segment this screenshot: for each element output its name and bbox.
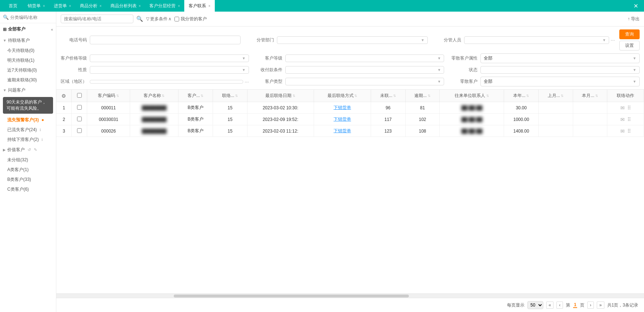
filter-dept-select[interactable]: ▼ — [277, 36, 428, 44]
nav-tab-customer-tier[interactable]: 客户分层经营 × — [145, 0, 184, 12]
grid-icon: ⊞ — [3, 27, 7, 32]
prev-page-button[interactable]: ‹ — [556, 301, 563, 309]
first-page-button[interactable]: « — [546, 301, 554, 309]
sidebar-item-tomorrow[interactable]: 明天待联络(1) — [0, 56, 56, 65]
sidebar-all-customers[interactable]: ⊞ 全部客户 « — [0, 23, 56, 35]
th-last-method[interactable]: 最后联络方式 — [314, 90, 371, 102]
scrollbar-thumb[interactable] — [174, 295, 409, 297]
sidebar-section-value[interactable]: ▶ 价值客户 ↺ ✎ — [0, 145, 56, 155]
th-overdue[interactable]: 逾期... — [405, 90, 440, 102]
close-tab-customer-contact[interactable]: × — [208, 4, 210, 8]
sidebar-item-7days[interactable]: 近7天待联络(0) — [0, 65, 56, 75]
edit-icon[interactable]: ✎ — [34, 147, 37, 152]
filter-status-select[interactable]: ▼ — [480, 66, 640, 74]
th-last-month[interactable]: 上月... — [539, 90, 573, 102]
close-tab-product-analysis-list[interactable]: × — [139, 4, 141, 8]
th-name[interactable]: 客户名称 — [130, 90, 178, 102]
last-page-button[interactable]: » — [597, 301, 604, 309]
th-last-date[interactable]: 最后联络日期 — [247, 90, 314, 102]
my-customer-checkbox[interactable] — [174, 17, 179, 21]
filter-customer-type-select[interactable]: ▼ — [285, 78, 444, 85]
filter-manager-label: 分管人员 — [435, 37, 464, 43]
cell-unlink-days: 96 — [371, 102, 405, 114]
action-chat-icon[interactable]: ✉ — [620, 117, 625, 122]
export-button[interactable]: ↑ 导出 — [628, 16, 640, 22]
settings-icon[interactable]: ⚙ — [61, 93, 66, 99]
nav-tab-purchase[interactable]: 进货单 × — [49, 0, 76, 12]
horizontal-scrollbar[interactable] — [56, 293, 644, 298]
row-checkbox[interactable] — [77, 128, 82, 133]
th-settings[interactable]: ⚙ — [56, 90, 72, 102]
last-method-link[interactable]: 下销货单 — [334, 105, 351, 110]
last-method-link[interactable]: 下销货单 — [334, 128, 351, 133]
sidebar-section-pending[interactable]: ▼ 待联络客户 — [0, 35, 56, 46]
sidebar-item-class-c[interactable]: C类客户(6) — [0, 185, 56, 194]
chevron-down-icon-payment: ▼ — [437, 68, 441, 72]
th-this-month[interactable]: 本月... — [573, 90, 607, 102]
sidebar-item-today[interactable]: 今天待联络(0) — [0, 46, 56, 56]
close-tab-purchase[interactable]: × — [69, 4, 71, 8]
filter-customer-grade-select[interactable]: ▼ — [285, 54, 444, 62]
close-tab-customer-tier[interactable]: × — [178, 4, 180, 8]
filter-payment-select[interactable]: ▼ — [285, 66, 444, 74]
nav-tab-customer-contact[interactable]: 客户联系 × — [184, 0, 215, 12]
sidebar-search-input[interactable] — [10, 15, 56, 20]
th-unlink-days[interactable]: 未联... — [371, 90, 405, 102]
th-this-year[interactable]: 本年... — [504, 90, 539, 102]
cell-last-month — [539, 102, 573, 114]
filter-payment-field: 收付款条件 ▼ — [256, 66, 444, 74]
nav-tab-sales[interactable]: 销货单 × — [23, 0, 49, 12]
my-customer-checkbox-label[interactable]: 我分管的客户 — [174, 16, 207, 22]
sidebar-item-overdue[interactable]: 逾期未联络(30) — [0, 75, 56, 85]
filter-phone-input[interactable] — [90, 36, 241, 44]
row-checkbox[interactable] — [77, 117, 82, 121]
th-contact2[interactable]: 往来单位联系人 — [440, 90, 504, 102]
sidebar-item-declining[interactable]: 持续下滑客户(2) ℹ — [0, 135, 56, 145]
filter-price-grade-select[interactable]: ▼ — [90, 54, 249, 62]
refresh-icon[interactable]: ↺ — [28, 147, 31, 152]
more-conditions-button[interactable]: ▽ 更多条件 ∧ — [146, 16, 172, 22]
sidebar-section-problem[interactable]: ▼ 问题客户 — [0, 85, 56, 96]
next-page-button[interactable]: › — [587, 301, 594, 309]
filter-nature-select[interactable]: ▼ — [90, 66, 249, 74]
select-all-checkbox[interactable] — [77, 93, 82, 98]
th-code[interactable]: 客户编码 — [87, 90, 130, 102]
action-more-icon[interactable]: ⠿ — [627, 105, 631, 111]
query-button[interactable]: 查询 — [619, 29, 640, 39]
nav-tab-product-analysis-list[interactable]: 商品分析列表 × — [106, 0, 145, 12]
filter-manager-dots[interactable]: ··· — [611, 37, 615, 43]
cell-last-method: 下销货单 — [314, 125, 371, 137]
filter-retail-customer-select[interactable]: 全部 ▼ — [480, 77, 640, 86]
filter-region-select[interactable] — [90, 80, 243, 84]
nav-tab-product-analysis[interactable]: 商品分析 × — [76, 0, 106, 12]
action-more-icon[interactable]: ⠿ — [627, 128, 631, 134]
sidebar-item-class-a[interactable]: A类客户(1) — [0, 165, 56, 175]
action-chat-icon[interactable]: ✉ — [620, 128, 625, 134]
cell-contact2: ██ ██ ██ — [440, 102, 504, 114]
filter-manager-select[interactable]: ▼ — [464, 36, 609, 44]
last-method-link[interactable]: 下销货单 — [334, 117, 351, 122]
search-button[interactable]: 🔍 — [136, 16, 143, 22]
chevron-down-icon: ∧ — [168, 16, 172, 21]
sidebar-item-unclassified[interactable]: 未分组(32) — [0, 155, 56, 165]
row-checkbox[interactable] — [77, 105, 82, 110]
th-contact[interactable]: 联络... — [213, 90, 247, 102]
settings-button[interactable]: 设置 — [619, 41, 640, 50]
search-input[interactable] — [61, 15, 133, 23]
close-tab-product-analysis[interactable]: × — [100, 4, 102, 8]
action-chat-icon[interactable]: ✉ — [620, 105, 625, 111]
cell-this-month — [573, 114, 607, 125]
filter-region-dots[interactable]: ··· — [245, 79, 249, 85]
cell-this-year: 1408.00 — [504, 125, 539, 137]
sidebar-item-class-b[interactable]: B类客户(33) — [0, 175, 56, 185]
action-more-icon[interactable]: ⠿ — [627, 117, 631, 122]
cell-index: 2 — [56, 114, 72, 125]
page-size-select[interactable]: 50 — [527, 301, 543, 309]
close-tab-sales[interactable]: × — [43, 4, 45, 8]
sidebar-item-churn-warning[interactable]: 流失预警客户(3) ● — [0, 115, 56, 125]
close-all-button[interactable]: ✕ — [631, 3, 641, 9]
sidebar-item-churned[interactable]: 已流失客户(24) ℹ — [0, 125, 56, 135]
th-type[interactable]: 客户... — [178, 90, 213, 102]
nav-tab-home[interactable]: 首页 — [3, 0, 23, 12]
filter-retail-attr-select[interactable]: 全部 ▼ — [480, 53, 640, 63]
